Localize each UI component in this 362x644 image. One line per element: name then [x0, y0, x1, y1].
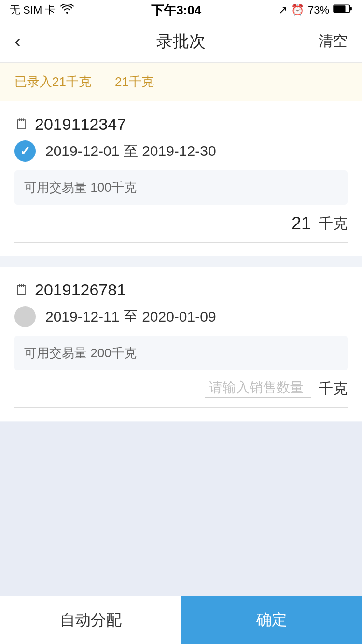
checkmark-1: ✓	[20, 144, 30, 159]
batch-card-1: 🗒 2019112347 ✓ 2019-12-01 至 2019-12-30 可…	[0, 101, 362, 256]
spacer-1	[0, 243, 362, 256]
sim-text: 无 SIM 卡	[10, 3, 56, 17]
batch-card-1-inner: 🗒 2019112347 ✓ 2019-12-01 至 2019-12-30 可…	[0, 101, 362, 205]
svg-rect-1	[349, 7, 351, 11]
back-button[interactable]: ‹	[14, 30, 43, 52]
checkbox-2[interactable]	[14, 306, 36, 327]
input-row-2: 千克	[0, 370, 362, 399]
battery-icon	[333, 3, 352, 17]
batch-id-1: 2019112347	[35, 115, 126, 134]
page-content: 🗒 2019112347 ✓ 2019-12-01 至 2019-12-30 可…	[0, 101, 362, 644]
date-range-2: 2019-12-11 至 2020-01-09	[45, 307, 216, 327]
battery-percent: 73%	[308, 4, 329, 16]
input-unit-2: 千克	[319, 379, 348, 399]
recorded-value: 21千克	[115, 73, 154, 90]
spacer-2	[0, 408, 362, 421]
status-time: 下午3:04	[151, 2, 201, 19]
batch-doc-icon-1: 🗒	[14, 116, 29, 133]
avail-row-1: 可用交易量 100千克	[14, 170, 348, 205]
confirm-button[interactable]: 确定	[181, 596, 362, 644]
batch-doc-icon-2: 🗒	[14, 282, 29, 298]
info-banner: 已录入21千克 21千克	[0, 63, 362, 101]
batch-card-2-inner: 🗒 2019126781 2019-12-11 至 2020-01-09 可用交…	[0, 267, 362, 370]
quantity-row-1: 21 千克	[0, 205, 362, 234]
bottom-bar: 自动分配 确定	[0, 596, 362, 644]
status-bar-left: 无 SIM 卡	[10, 3, 74, 17]
batch-id-row-2: 🗒 2019126781	[14, 280, 348, 299]
location-icon: ↗	[278, 4, 287, 16]
page-title: 录批次	[156, 30, 206, 53]
quantity-value-1: 21	[292, 213, 311, 234]
section-gap	[0, 257, 362, 267]
quantity-input-2[interactable]	[205, 380, 311, 398]
status-bar-right: ↗ ⏰ 73%	[278, 3, 352, 17]
date-range-1: 2019-12-01 至 2019-12-30	[45, 141, 216, 161]
wifi-icon	[60, 4, 74, 16]
avail-row-2: 可用交易量 200千克	[14, 336, 348, 370]
batch-card-2: 🗒 2019126781 2019-12-11 至 2020-01-09 可用交…	[0, 267, 362, 421]
checkbox-1[interactable]: ✓	[14, 140, 36, 162]
clear-button[interactable]: 清空	[319, 31, 348, 51]
status-bar: 无 SIM 卡 下午3:04 ↗ ⏰ 73%	[0, 0, 362, 20]
recorded-label: 已录入21千克	[14, 73, 91, 90]
banner-divider	[103, 75, 103, 89]
auto-distribute-button[interactable]: 自动分配	[0, 596, 181, 644]
date-row-2: 2019-12-11 至 2020-01-09	[14, 306, 348, 327]
batch-id-2: 2019126781	[35, 280, 126, 299]
alarm-icon: ⏰	[291, 4, 304, 16]
date-row-1: ✓ 2019-12-01 至 2019-12-30	[14, 140, 348, 162]
batch-id-row-1: 🗒 2019112347	[14, 115, 348, 134]
quantity-unit-1: 千克	[319, 214, 348, 234]
svg-rect-2	[334, 5, 345, 12]
nav-bar: ‹ 录批次 清空	[0, 20, 362, 63]
